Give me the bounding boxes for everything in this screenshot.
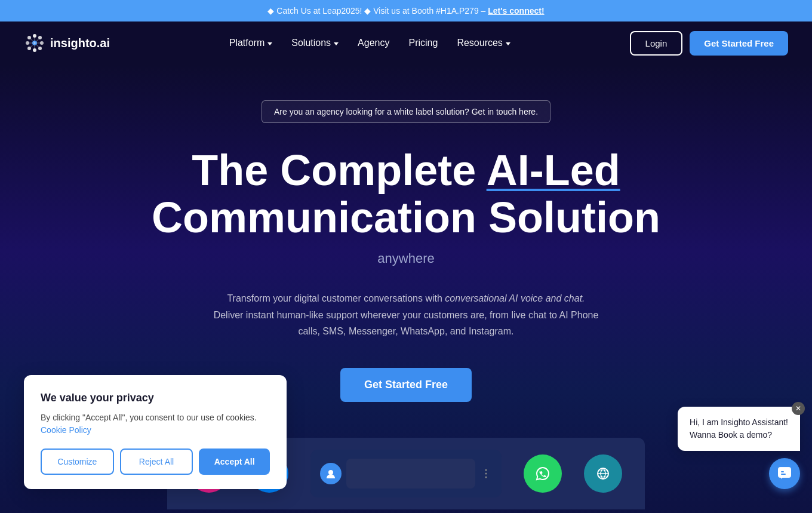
chat-widget-icon <box>777 466 792 481</box>
chat-bubble-line2: Wanna Book a demo? <box>690 429 788 441</box>
nav-actions: Login Get Started Free <box>630 31 788 56</box>
svg-line-11 <box>35 38 40 43</box>
svg-rect-27 <box>781 474 786 475</box>
hero-title-ai-led: AI-Led <box>487 146 620 194</box>
svg-point-23 <box>485 476 487 478</box>
svg-rect-26 <box>781 471 784 472</box>
chat-bubble-line1: Hi, I am Insighto Assistant! <box>690 416 788 429</box>
announcement-bar: ◆ Catch Us at Leap2025! ◆ Visit us at Bo… <box>0 0 812 21</box>
whatsapp-icon-circle <box>524 454 562 493</box>
more-options-icon <box>480 468 492 480</box>
nav-item-resources[interactable]: Resources <box>457 38 510 48</box>
svg-line-16 <box>35 43 40 48</box>
logo-text: insighto.ai <box>50 36 110 50</box>
chevron-down-icon <box>334 42 339 45</box>
login-button[interactable]: Login <box>630 31 683 56</box>
nav-links: Platform Solutions Agency Pricing Resour… <box>229 38 510 48</box>
get-started-button-hero[interactable]: Get Started Free <box>340 368 472 402</box>
chat-bubble-wrapper: Hi, I am Insighto Assistant! Wanna Book … <box>678 407 800 451</box>
hero-badge[interactable]: Are you an agency looking for a white la… <box>262 100 550 123</box>
nav-item-agency[interactable]: Agency <box>358 38 389 48</box>
svg-line-9 <box>29 38 35 43</box>
chevron-down-icon <box>506 42 510 45</box>
chat-bot-icon <box>325 468 337 480</box>
logo[interactable]: insighto.ai <box>24 32 110 54</box>
navigation: insighto.ai Platform Solutions Agency Pr… <box>0 21 812 64</box>
chat-bubble: Hi, I am Insighto Assistant! Wanna Book … <box>678 407 800 451</box>
svg-line-14 <box>29 43 35 48</box>
nav-item-pricing[interactable]: Pricing <box>408 38 438 48</box>
hero-title-line2: Communication Solution <box>152 193 660 241</box>
cookie-policy-link[interactable]: Cookie Policy <box>41 425 91 435</box>
announcement-link[interactable]: Let's connect! <box>488 6 544 16</box>
cookie-text: By clicking "Accept All", you consent to… <box>41 411 270 437</box>
hero-title: The Complete AI-Led Communication Soluti… <box>152 147 660 241</box>
svg-point-22 <box>485 472 487 474</box>
nav-item-solutions[interactable]: Solutions <box>291 38 339 48</box>
chat-preview <box>310 450 502 497</box>
hero-title-line1: The Complete AI-Led <box>192 146 620 194</box>
announcement-text: ◆ Catch Us at Leap2025! ◆ Visit us at Bo… <box>267 6 485 16</box>
hero-description: Transform your digital customer conversa… <box>203 290 609 339</box>
hero-subtitle: anywhere <box>377 251 434 266</box>
reject-all-button[interactable]: Reject All <box>120 449 193 475</box>
get-started-button-nav[interactable]: Get Started Free <box>690 31 788 56</box>
accept-all-button[interactable]: Accept All <box>199 449 270 475</box>
chat-widget: Hi, I am Insighto Assistant! Wanna Book … <box>678 407 800 489</box>
chat-input-preview <box>346 459 475 489</box>
globe-icon-circle <box>584 454 622 493</box>
cookie-banner: We value your privacy By clicking "Accep… <box>24 375 287 489</box>
cookie-title: We value your privacy <box>41 392 270 404</box>
svg-point-20 <box>328 470 333 475</box>
chat-open-button[interactable] <box>769 458 800 489</box>
svg-point-21 <box>485 469 487 471</box>
whatsapp-icon <box>534 465 552 483</box>
chevron-down-icon <box>267 42 272 45</box>
cookie-buttons: Customize Reject All Accept All <box>41 449 270 475</box>
logo-icon <box>24 32 45 54</box>
globe-icon <box>594 465 612 483</box>
chat-close-button[interactable]: ✕ <box>792 402 805 415</box>
chat-avatar <box>320 463 342 484</box>
nav-item-platform[interactable]: Platform <box>229 38 273 48</box>
customize-button[interactable]: Customize <box>41 449 114 475</box>
